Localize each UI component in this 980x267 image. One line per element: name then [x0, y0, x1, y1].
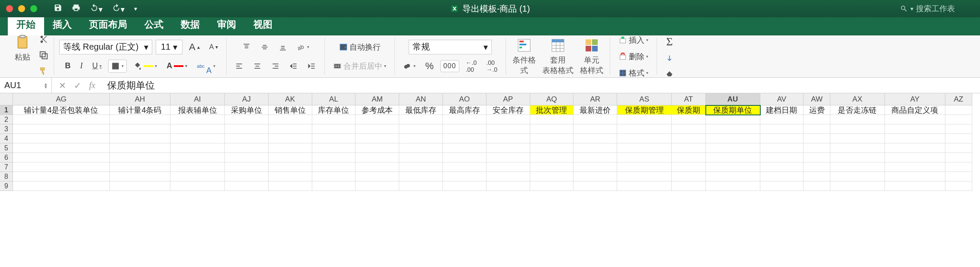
cell-AU6[interactable]: [706, 153, 760, 162]
cell-AQ7[interactable]: [530, 162, 574, 172]
merge-center-button[interactable]: 合并后居中 ▾: [330, 59, 389, 73]
cell-AG9[interactable]: [13, 181, 110, 191]
cell-AV4[interactable]: [760, 134, 804, 143]
insert-cells-button[interactable]: 插入 ▾: [615, 33, 651, 48]
cell-AO2[interactable]: [443, 115, 487, 124]
cell-AH2[interactable]: [110, 115, 170, 124]
cell-AP8[interactable]: [487, 172, 530, 181]
cell-AJ9[interactable]: [225, 181, 269, 191]
cell-AN4[interactable]: [399, 134, 443, 143]
cell-AT3[interactable]: [672, 124, 705, 134]
cut-icon[interactable]: [39, 35, 48, 46]
name-box[interactable]: AU1 ▴▾: [0, 78, 52, 93]
cell-AY6[interactable]: [885, 153, 945, 162]
cell-AM7[interactable]: [355, 162, 399, 172]
decrease-indent-button[interactable]: [286, 60, 301, 73]
cell-AM1[interactable]: 参考成本: [355, 105, 399, 115]
cell-AS2[interactable]: [617, 115, 672, 124]
cell-AI7[interactable]: [170, 162, 225, 172]
undo-icon[interactable]: ▾: [90, 3, 102, 14]
row-header-1[interactable]: 1: [0, 105, 13, 115]
cell-AQ2[interactable]: [530, 115, 574, 124]
orientation-button[interactable]: ab▾: [294, 41, 312, 54]
cell-AH5[interactable]: [110, 143, 170, 153]
cell-AO9[interactable]: [443, 181, 487, 191]
font-name-select[interactable]: 等线 Regular (正文)▾: [59, 40, 152, 54]
cancel-formula-icon[interactable]: ✕: [59, 80, 66, 91]
cell-AG5[interactable]: [13, 143, 110, 153]
cell-AX6[interactable]: [830, 153, 885, 162]
cell-AV8[interactable]: [760, 172, 804, 181]
column-header-AI[interactable]: AI: [170, 93, 225, 105]
cell-AV2[interactable]: [760, 115, 804, 124]
cell-AY5[interactable]: [885, 143, 945, 153]
bold-button[interactable]: B: [62, 59, 74, 73]
search-box[interactable]: ▾: [900, 4, 972, 13]
column-header-AW[interactable]: AW: [804, 93, 830, 105]
cell-AM4[interactable]: [355, 134, 399, 143]
cell-AS3[interactable]: [617, 124, 672, 134]
cell-AY4[interactable]: [885, 134, 945, 143]
cell-AR9[interactable]: [573, 181, 617, 191]
cell-AP6[interactable]: [487, 153, 530, 162]
cell-AM6[interactable]: [355, 153, 399, 162]
cell-AO6[interactable]: [443, 153, 487, 162]
cell-AN2[interactable]: [399, 115, 443, 124]
cell-AK1[interactable]: 销售单位: [269, 105, 312, 115]
cell-AT4[interactable]: [672, 134, 705, 143]
cell-AW2[interactable]: [804, 115, 830, 124]
italic-button[interactable]: I: [77, 59, 86, 73]
search-input[interactable]: [916, 4, 972, 13]
cell-AU3[interactable]: [706, 124, 760, 134]
cell-AQ6[interactable]: [530, 153, 574, 162]
cell-AZ2[interactable]: [945, 115, 972, 124]
tab-2[interactable]: 页面布局: [80, 15, 136, 35]
cell-AS5[interactable]: [617, 143, 672, 153]
tab-5[interactable]: 审阅: [208, 15, 245, 35]
column-header-AO[interactable]: AO: [443, 93, 487, 105]
column-header-AR[interactable]: AR: [573, 93, 617, 105]
cell-AW8[interactable]: [804, 172, 830, 181]
print-icon[interactable]: [72, 3, 80, 14]
minimize-window-button[interactable]: [18, 5, 25, 12]
cell-AP7[interactable]: [487, 162, 530, 172]
cell-AR6[interactable]: [573, 153, 617, 162]
cell-AR3[interactable]: [573, 124, 617, 134]
cell-AH6[interactable]: [110, 153, 170, 162]
cell-AN1[interactable]: 最低库存: [399, 105, 443, 115]
cell-AX5[interactable]: [830, 143, 885, 153]
fx-icon[interactable]: fx: [89, 80, 95, 91]
cell-AR7[interactable]: [573, 162, 617, 172]
column-header-AL[interactable]: AL: [312, 93, 356, 105]
cell-AL8[interactable]: [312, 172, 356, 181]
cell-AL5[interactable]: [312, 143, 356, 153]
cell-AX7[interactable]: [830, 162, 885, 172]
cell-AZ7[interactable]: [945, 162, 972, 172]
cell-AX9[interactable]: [830, 181, 885, 191]
cell-AP5[interactable]: [487, 143, 530, 153]
cell-AM9[interactable]: [355, 181, 399, 191]
cell-AX1[interactable]: 是否走冻链: [830, 105, 885, 115]
cell-AG3[interactable]: [13, 124, 110, 134]
column-header-AH[interactable]: AH: [110, 93, 170, 105]
row-header-5[interactable]: 5: [0, 143, 13, 153]
column-header-AG[interactable]: AG: [13, 93, 110, 105]
row-header-7[interactable]: 7: [0, 162, 13, 172]
cell-AK6[interactable]: [269, 153, 312, 162]
cell-AZ1[interactable]: [945, 105, 972, 115]
cell-AS4[interactable]: [617, 134, 672, 143]
cell-AH9[interactable]: [110, 181, 170, 191]
column-header-AV[interactable]: AV: [760, 93, 804, 105]
cell-AT1[interactable]: 保质期: [672, 105, 705, 115]
cell-AQ1[interactable]: 批次管理: [530, 105, 574, 115]
cell-AP2[interactable]: [487, 115, 530, 124]
maximize-window-button[interactable]: [30, 5, 37, 12]
fill-button[interactable]: [662, 52, 677, 65]
cell-AO5[interactable]: [443, 143, 487, 153]
align-top-button[interactable]: [239, 41, 254, 54]
cell-AN9[interactable]: [399, 181, 443, 191]
align-center-button[interactable]: [250, 60, 265, 73]
align-right-button[interactable]: [268, 60, 283, 73]
cell-AX8[interactable]: [830, 172, 885, 181]
cell-AI2[interactable]: [170, 115, 225, 124]
